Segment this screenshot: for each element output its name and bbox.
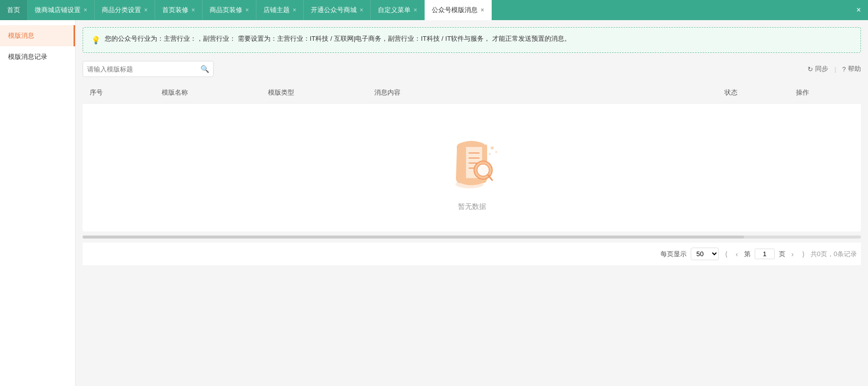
next-page-button[interactable]: › [789,249,796,259]
table-header: 序号 模版名称 模版类型 消息内容 状态 操作 [83,82,861,104]
scrollbar-thumb [83,236,744,239]
tab-product-category-close[interactable]: × [144,7,148,14]
sidebar: 模版消息 模版消息记录 [0,20,76,386]
search-bar: 🔍 ↻ 同步 | ? 帮助 [83,61,861,77]
help-label: 帮助 [848,64,861,73]
tab-product-decoration-close[interactable]: × [245,7,249,14]
main-layout: 模版消息 模版消息记录 💡 您的公众号行业为：主营行业：，副营行业： 需要设置为… [0,20,868,386]
tab-home-decoration-close[interactable]: × [191,7,195,14]
tab-product-category[interactable]: 商品分类设置 × [95,0,155,20]
table-empty-row: 暂无数据 [83,104,861,232]
notice-icon: 💡 [91,34,101,46]
sync-button[interactable]: ↻ 同步 [808,64,828,73]
tab-open-mall[interactable]: 开通公众号商城 × [304,0,371,20]
tab-shop-theme-label: 店铺主题 [263,6,290,15]
table-header-row: 序号 模版名称 模版类型 消息内容 状态 操作 [83,82,861,104]
col-action: 操作 [789,82,861,104]
tab-open-mall-close[interactable]: × [360,7,363,14]
scrollbar-hint[interactable] [83,236,861,239]
notice-prefix: 您的公众号行业为：主营行业：，副营行业： [105,35,236,42]
tab-weshop-settings-label: 微商城店铺设置 [35,6,81,15]
tab-home-decoration-label: 首页装修 [162,6,188,15]
search-icon[interactable]: 🔍 [201,65,209,73]
notice-highlight: 需要设置为：主营行业：IT科技 / 互联网|电子商务，副营行业：IT科技 / I… [238,35,491,42]
tab-product-decoration-label: 商品页装修 [210,6,242,15]
toolbar-right: ↻ 同步 | ? 帮助 [808,64,861,73]
svg-point-6 [477,164,489,176]
tab-bar-close-all[interactable]: × [849,0,868,20]
search-input[interactable] [87,65,201,73]
tab-home-decoration[interactable]: 首页装修 × [155,0,203,20]
col-name: 模版名称 [155,82,261,104]
prev-page-button[interactable]: ‹ [733,249,740,259]
sidebar-item-template-message-log-label: 模版消息记录 [8,53,47,60]
col-status: 状态 [717,82,789,104]
tab-shop-theme-close[interactable]: × [293,7,296,14]
total-info: 共0页，0条记录 [811,250,857,259]
tab-weshop-settings-close[interactable]: × [84,7,87,14]
page-label: 第 [744,250,751,259]
empty-text: 暂无数据 [83,202,861,211]
page-size-label: 每页显示 [660,250,687,259]
sidebar-item-template-message-label: 模版消息 [8,32,34,39]
tab-bar: 首页 微商城店铺设置 × 商品分类设置 × 首页装修 × 商品页装修 × 店铺主… [0,0,868,20]
svg-point-8 [491,146,494,149]
tab-template-msg-label: 公众号模版消息 [432,6,478,15]
empty-illustration [442,134,502,194]
tab-custom-menu-close[interactable]: × [414,7,417,14]
svg-point-9 [495,151,497,153]
data-table: 序号 模版名称 模版类型 消息内容 状态 操作 [83,82,861,231]
empty-state: 暂无数据 [83,104,861,231]
sidebar-item-template-message[interactable]: 模版消息 [0,25,75,46]
notice-text: 您的公众号行业为：主营行业：，副营行业： 需要设置为：主营行业：IT科技 / 互… [105,34,571,44]
first-page-button[interactable]: ⟨ [723,249,729,259]
toolbar-divider: | [834,65,836,73]
help-button[interactable]: ? 帮助 [842,64,861,73]
sync-icon: ↻ [808,65,813,73]
tab-home[interactable]: 首页 [0,0,28,20]
tab-weshop-settings[interactable]: 微商城店铺设置 × [28,0,95,20]
col-type: 模版类型 [261,82,367,104]
notice-box: 💡 您的公众号行业为：主营行业：，副营行业： 需要设置为：主营行业：IT科技 /… [83,27,861,53]
tab-custom-menu[interactable]: 自定义菜单 × [371,0,425,20]
page-number-input[interactable] [755,249,775,259]
sync-label: 同步 [815,64,828,73]
tab-open-mall-label: 开通公众号商城 [311,6,357,15]
table-body: 暂无数据 [83,104,861,232]
tab-home-label: 首页 [7,6,20,15]
tab-product-category-label: 商品分类设置 [102,6,141,15]
tab-template-msg[interactable]: 公众号模版消息 × [425,0,492,20]
tab-shop-theme[interactable]: 店铺主题 × [256,0,304,20]
sidebar-item-template-message-log[interactable]: 模版消息记录 [0,46,75,67]
notice-suffix: 才能正常发送预置的消息。 [492,35,571,42]
help-icon: ? [842,65,846,73]
col-content: 消息内容 [367,82,717,104]
page-size-select[interactable]: 50 10 20 100 [691,248,719,260]
col-index: 序号 [83,82,155,104]
tab-product-decoration[interactable]: 商品页装修 × [203,0,256,20]
pagination: 每页显示 50 10 20 100 ⟨ ‹ 第 页 › ⟩ 共0页，0条记录 [83,243,861,265]
tab-template-msg-close[interactable]: × [481,7,484,14]
svg-point-10 [489,153,491,155]
page-unit: 页 [779,250,785,259]
search-input-wrap[interactable]: 🔍 [83,61,214,77]
tab-custom-menu-label: 自定义菜单 [378,6,411,15]
content-area: 💡 您的公众号行业为：主营行业：，副营行业： 需要设置为：主营行业：IT科技 /… [76,20,868,386]
last-page-button[interactable]: ⟩ [800,249,807,259]
